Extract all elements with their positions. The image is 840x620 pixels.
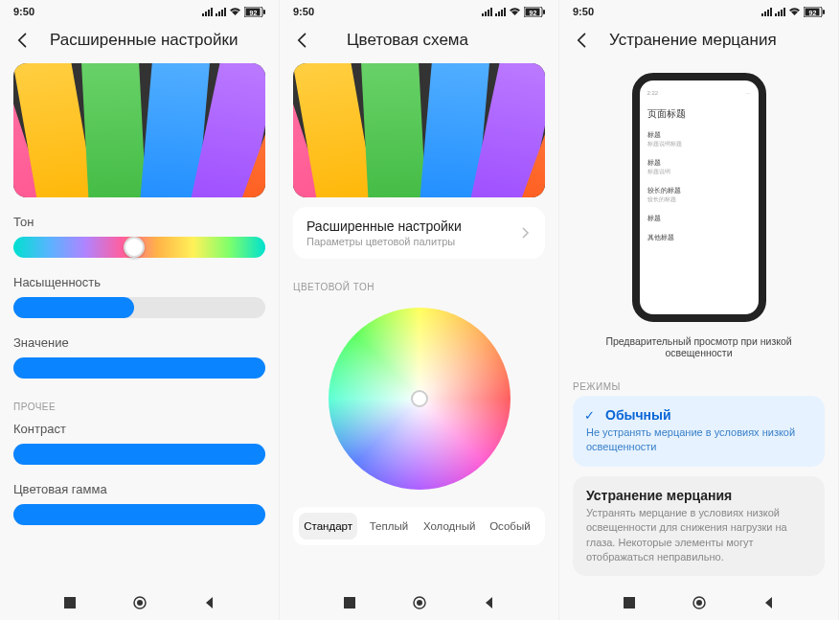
header: Расширенные настройки [0,23,279,63]
status-bar: 9:50 92 [559,0,838,23]
svg-rect-18 [624,597,635,609]
adv-sub: Параметры цветовой палитры [306,236,518,247]
value-slider[interactable] [13,357,265,379]
status-time: 9:50 [573,6,594,17]
mode-anti-title: Устранение мерцания [586,488,811,503]
contrast-slider[interactable] [13,444,265,465]
battery-icon: 92 [524,7,545,17]
page-title: Расширенные настройки [50,31,238,50]
value-slider-group: Значение [13,335,265,379]
header: Цветовая схема [280,23,558,63]
chevron-right-icon [518,226,532,240]
check-icon: ✓ [584,408,595,423]
phone-advanced-settings: 9:50 92 Расширенные настройки Тон Насы [0,0,280,620]
back-icon[interactable] [293,31,312,50]
svg-text:92: 92 [809,9,817,15]
tone-slider[interactable] [13,237,265,258]
page-title: Устранение мерцания [609,31,777,50]
battery-icon: 92 [804,7,825,17]
nav-home-icon[interactable] [692,595,707,610]
tab-warm[interactable]: Теплый [359,513,418,540]
other-section-label: ПРОЧЕЕ [13,402,265,412]
adv-title: Расширенные настройки [306,218,518,234]
status-indicators: 92 [202,7,265,17]
status-time: 9:50 [13,6,34,17]
mode-anti-flicker[interactable]: Устранение мерцания Устранять мерцание в… [573,476,825,577]
tone-slider-group: Тон [13,215,265,258]
mode-normal-desc: Не устранять мерцание в условиях низкой … [586,425,811,455]
contrast-label: Контраст [13,422,265,436]
status-time: 9:50 [293,6,314,17]
tone-thumb[interactable] [124,237,145,258]
gamma-label: Цветовая гамма [13,482,265,496]
contrast-slider-group: Контраст [13,422,265,465]
tab-standard[interactable]: Стандарт [299,513,357,540]
svg-text:92: 92 [530,9,537,15]
signal-icon-2 [775,8,785,16]
color-preview-image [13,63,265,197]
nav-recent-icon[interactable] [622,595,637,610]
mode-normal-title: Обычный [586,407,811,423]
wifi-icon [509,7,521,16]
nav-bar [280,586,558,620]
tab-custom[interactable]: Особый [481,513,539,540]
signal-icon [202,8,213,16]
content: Расширенные настройки Параметры цветовой… [280,63,558,586]
back-icon[interactable] [573,31,592,50]
signal-icon-2 [216,8,226,16]
advanced-settings-item[interactable]: Расширенные настройки Параметры цветовой… [293,207,545,259]
color-wheel-thumb[interactable] [411,390,428,407]
saturation-label: Насыщенность [13,275,265,289]
mode-normal[interactable]: ✓ Обычный Не устранять мерцание в услови… [573,396,825,467]
content: Тон Насыщенность Значение ПРОЧЕЕ Контрас… [0,63,279,586]
tone-section-label: ЦВЕТОВОЙ ТОН [293,282,545,292]
preview-phone: 2:22··· 页面标题 标题标题说明标题 标题标题说明 较长的标题较长的标题 … [632,73,766,322]
header: Устранение мерцания [559,23,838,63]
gamma-slider[interactable] [13,504,265,525]
nav-bar [559,586,838,620]
svg-point-20 [696,600,702,606]
status-bar: 9:50 92 [280,0,558,23]
nav-home-icon[interactable] [412,595,427,610]
pv-title: 页面标题 [647,107,751,121]
battery-icon: 92 [244,7,265,17]
mode-anti-desc: Устранять мерцание в условиях низкой осв… [586,506,811,565]
svg-point-13 [417,600,422,606]
status-bar: 9:50 92 [0,0,279,23]
page-title: Цветовая схема [347,31,468,50]
tone-label: Тон [13,215,265,229]
nav-recent-icon[interactable] [342,595,357,610]
svg-text:92: 92 [250,9,258,15]
nav-back-icon[interactable] [482,595,497,610]
nav-back-icon[interactable] [202,595,217,610]
modes-section-label: РЕЖИМЫ [573,381,825,392]
tab-cold[interactable]: Холодный [420,513,479,540]
color-wheel[interactable] [329,308,511,490]
status-indicators: 92 [482,7,545,17]
wifi-icon [788,7,801,16]
nav-bar [0,586,279,620]
svg-rect-4 [64,597,76,609]
content: 2:22··· 页面标题 标题标题说明标题 标题标题说明 较长的标题较长的标题 … [559,63,838,586]
nav-recent-icon[interactable] [62,595,78,610]
tone-tabs: Стандарт Теплый Холодный Особый [293,507,545,545]
gamma-slider-group: Цветовая гамма [13,482,265,525]
nav-home-icon[interactable] [132,595,148,610]
svg-rect-9 [543,10,545,14]
color-preview-image [293,63,545,197]
svg-rect-2 [263,10,265,14]
nav-back-icon[interactable] [761,595,777,610]
phone-anti-flicker: 9:50 92 Устранение мерцания 2:22··· 页面标题… [559,0,839,620]
back-icon[interactable] [13,31,33,50]
svg-point-6 [137,600,143,606]
signal-icon-2 [495,8,506,16]
status-indicators: 92 [761,7,825,17]
signal-icon [482,8,492,16]
saturation-slider[interactable] [13,297,265,318]
preview-caption: Предварительный просмотр при низкой осве… [573,335,825,358]
phone-color-scheme: 9:50 92 Цветовая схема Расширенные настр… [280,0,559,620]
saturation-slider-group: Насыщенность [13,275,265,318]
wifi-icon [229,7,241,16]
signal-icon [761,8,772,16]
svg-rect-16 [823,10,825,14]
